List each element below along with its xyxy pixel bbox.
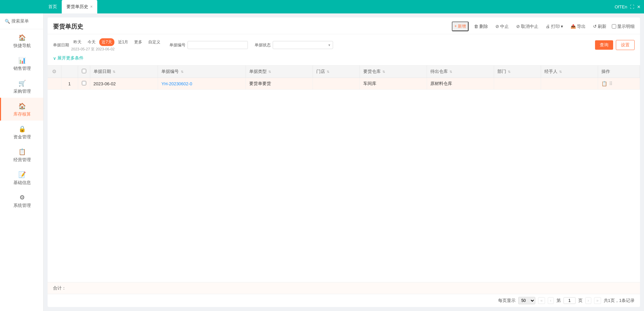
filter-actions: 查询 设置 [595, 40, 635, 50]
date-btn-today[interactable]: 今天 [85, 38, 98, 46]
print-button[interactable]: 🖨 打印 ▾ [544, 22, 565, 31]
main-table: ⚙ 单据日期 ⇅ 单据编号 [48, 65, 640, 90]
docno-sort-icon[interactable]: ⇅ [181, 70, 183, 74]
search-button[interactable]: 查询 [595, 40, 613, 50]
pending-warehouse-sort-icon[interactable]: ⇅ [449, 70, 452, 74]
row-date: 2023-06-02 [94, 81, 116, 86]
row-more-icon[interactable]: ⠿ [609, 81, 612, 86]
td-handler [541, 78, 598, 90]
cancel-stop-button[interactable]: ⊘ 取消中止 [514, 22, 540, 31]
tab-close-icon[interactable]: × [90, 4, 93, 9]
sidebar-item-finance[interactable]: 🔒 资金管理 [0, 121, 43, 143]
finance-icon: 🔒 [18, 125, 26, 133]
export-button[interactable]: 📤 导出 [569, 22, 588, 31]
docno-input[interactable] [187, 41, 248, 49]
page-size-select[interactable]: 20 50 100 200 [518, 297, 535, 304]
td-date: 2023-06-02 [90, 78, 158, 90]
sidebar-item-operations[interactable]: 📋 经营管理 [0, 143, 43, 166]
page-label-suffix: 页 [578, 298, 583, 304]
maximize-btn[interactable]: ⛶ [630, 4, 634, 9]
sidebar: 🔍 搜索菜单 🏠 快捷导航 📊 销售管理 🛒 采购管理 🏠 库存核算 🔒 资金管… [0, 13, 44, 311]
sidebar-item-purchase[interactable]: 🛒 采购管理 [0, 75, 43, 98]
sidebar-item-label: 资金管理 [13, 134, 31, 140]
th-settings: ⚙ [48, 65, 61, 78]
th-doctype: 单据类型 ⇅ [246, 65, 313, 78]
display-detail-check[interactable] [612, 24, 616, 29]
th-handler: 经手人 ⇅ [541, 65, 598, 78]
search-menu-btn[interactable]: 🔍 搜索菜单 [3, 17, 41, 26]
page-container: 要货单历史 + 新增 🗑 删除 ⊘ 中止 ⊘ 取消中止 [48, 17, 640, 307]
select-all-checkbox[interactable] [82, 69, 86, 73]
table-header: ⚙ 单据日期 ⇅ 单据编号 [48, 65, 640, 78]
print-chevron: ▾ [561, 24, 563, 29]
display-detail-checkbox[interactable]: 显示明细 [612, 24, 635, 30]
prev-page-btn[interactable]: ‹ [548, 297, 554, 304]
stop-icon: ⊘ [495, 24, 499, 29]
td-action: 📋 ⠿ [598, 78, 640, 90]
td-row-settings [48, 78, 61, 90]
sidebar-item-quick-nav[interactable]: 🏠 快捷导航 [0, 29, 43, 52]
last-page-btn[interactable]: » [594, 297, 601, 304]
date-sort-icon[interactable]: ⇅ [113, 70, 115, 74]
filter-row-1: 单据日期 昨天 今天 近7天 近1月 更多 自定义 2023-05-27 至 2… [53, 38, 635, 52]
cancel-stop-label: 取消中止 [521, 24, 538, 30]
stop-button[interactable]: ⊘ 中止 [493, 22, 511, 31]
new-button[interactable]: + 新增 [452, 21, 469, 31]
sidebar-item-label: 经营管理 [13, 157, 31, 163]
sidebar-item-system[interactable]: ⚙ 系统管理 [0, 189, 43, 212]
expand-icon: ∨ [53, 56, 56, 61]
print-icon: 🖨 [546, 24, 550, 29]
req-warehouse-sort-icon[interactable]: ⇅ [382, 70, 385, 74]
th-req-warehouse: 要货仓库 ⇅ [360, 65, 427, 78]
th-store: 门店 ⇅ [313, 65, 360, 78]
sidebar-item-label: 系统管理 [13, 203, 31, 209]
doctype-sort-icon[interactable]: ⇅ [268, 70, 271, 74]
sidebar-item-label: 采购管理 [13, 88, 31, 94]
refresh-button[interactable]: ↺ 刷新 [591, 22, 608, 31]
page-label-prefix: 第 [556, 298, 561, 304]
total-info: 共1页，1条记录 [604, 298, 635, 304]
row-docno-link[interactable]: YH-20230602-0 [161, 81, 192, 86]
column-settings-icon[interactable]: ⚙ [51, 69, 58, 75]
next-page-btn[interactable]: › [585, 297, 591, 304]
handler-sort-icon[interactable]: ⇅ [559, 70, 562, 74]
row-edit-icon[interactable]: 📋 [601, 81, 607, 86]
td-num: 1 [61, 78, 78, 90]
delete-button[interactable]: 🗑 删除 [472, 22, 490, 31]
sidebar-item-sales[interactable]: 📊 销售管理 [0, 52, 43, 75]
close-btn[interactable]: ✕ [637, 4, 641, 9]
sidebar-item-label: 库存核算 [13, 111, 31, 117]
print-label: 打印 [551, 24, 560, 30]
row-req-warehouse: 车间库 [363, 81, 376, 86]
status-select-wrap: 草稿 已审核 已中止 [273, 41, 333, 49]
date-btn-1month[interactable]: 近1月 [116, 38, 131, 46]
row-doctype: 要货单要货 [249, 81, 271, 86]
th-department: 部门 ⇅ [494, 65, 541, 78]
sidebar-search-area[interactable]: 🔍 搜索菜单 [0, 13, 43, 29]
td-store [313, 78, 360, 90]
tab-yaohuo[interactable]: 要货单历史 × [62, 0, 97, 13]
row-checkbox[interactable] [82, 81, 86, 85]
tab-yaohuo-label: 要货单历史 [66, 4, 88, 10]
page-input[interactable] [564, 297, 576, 304]
settings-button[interactable]: 设置 [616, 40, 635, 50]
date-btn-more[interactable]: 更多 [132, 38, 145, 46]
date-btn-yesterday[interactable]: 昨天 [71, 38, 84, 46]
status-select[interactable]: 草稿 已审核 已中止 [273, 41, 333, 49]
store-sort-icon[interactable]: ⇅ [327, 70, 329, 74]
date-btn-custom[interactable]: 自定义 [146, 38, 163, 46]
page-title: 要货单历史 [53, 23, 83, 31]
date-btn-7days[interactable]: 近7天 [99, 38, 114, 46]
first-page-btn[interactable]: « [538, 297, 545, 304]
sidebar-item-basic-info[interactable]: 📝 基础信息 [0, 166, 43, 189]
sidebar-item-inventory[interactable]: 🏠 库存核算 [0, 98, 43, 121]
expand-conditions-btn[interactable]: ∨ 展开更多条件 [53, 54, 635, 62]
department-sort-icon[interactable]: ⇅ [508, 70, 511, 74]
tab-home[interactable]: 首页 [44, 0, 62, 13]
th-date: 单据日期 ⇅ [90, 65, 158, 78]
date-filter: 单据日期 昨天 今天 近7天 近1月 更多 自定义 2023-05-27 至 2… [53, 38, 163, 52]
refresh-icon: ↺ [593, 24, 597, 29]
th-check [78, 65, 90, 78]
sales-icon: 📊 [18, 57, 26, 64]
td-pending-warehouse: 原材料仓库 [427, 78, 494, 90]
